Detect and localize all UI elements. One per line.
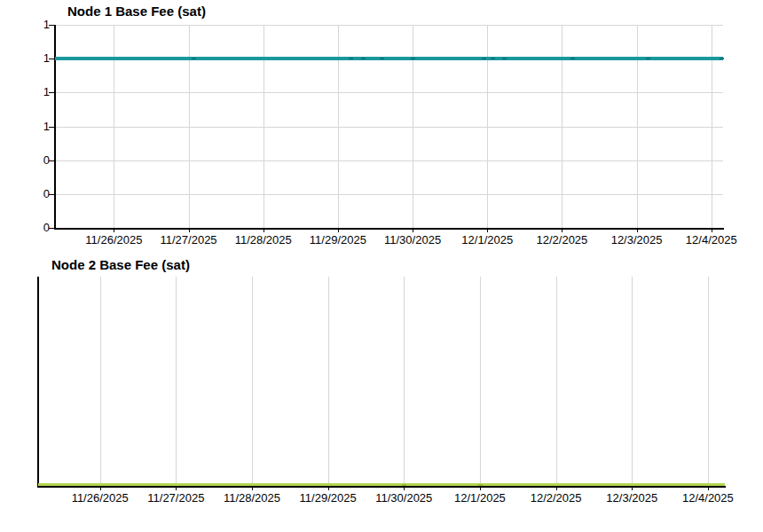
x-axis-tick-label: 11/28/2025 — [225, 233, 302, 247]
y-axis-tick-label: 1 — [20, 85, 50, 99]
data-point-marker — [361, 58, 366, 59]
x-axis-tick-label: 11/30/2025 — [366, 491, 442, 505]
x-axis-tick-label: 12/1/2025 — [449, 233, 525, 247]
vertical-gridline — [100, 277, 101, 486]
vertical-gridline — [252, 277, 253, 486]
x-axis-tick-label: 11/27/2025 — [151, 233, 227, 247]
vertical-gridline — [176, 277, 177, 486]
x-axis-tick-label: 12/4/2025 — [670, 491, 746, 505]
horizontal-gridline — [55, 194, 723, 195]
y-axis-line — [54, 25, 56, 230]
x-axis-tick-label: 12/1/2025 — [442, 491, 518, 505]
vertical-gridline — [632, 277, 633, 486]
data-point-marker — [720, 58, 724, 59]
data-point-marker — [402, 484, 406, 486]
x-axis-tick-label: 11/30/2025 — [374, 233, 451, 247]
x-axis-tick-label: 11/28/2025 — [214, 491, 290, 505]
horizontal-gridline — [55, 127, 723, 128]
x-axis-tick-label: 12/2/2025 — [518, 491, 594, 505]
x-axis-tick-label: 11/26/2025 — [62, 491, 138, 505]
data-point-marker — [491, 58, 495, 59]
x-axis-tick-label: 11/26/2025 — [75, 233, 152, 247]
node2-chart-title: Node 2 Base Fee (sat) — [51, 257, 190, 272]
data-point-marker — [380, 58, 384, 59]
x-axis-tick-label: 11/27/2025 — [138, 491, 214, 505]
horizontal-gridline — [55, 160, 723, 161]
data-point-marker — [478, 484, 483, 486]
x-axis-tick-label: 12/3/2025 — [599, 233, 675, 247]
series-line-1 — [55, 57, 723, 60]
data-point-marker — [349, 58, 353, 59]
data-point-marker — [502, 58, 507, 59]
x-axis-tick-label: 12/3/2025 — [594, 491, 670, 505]
y-axis-tick-label: 1 — [20, 51, 50, 66]
y-axis-tick-label: 0 — [20, 153, 50, 168]
horizontal-gridline — [55, 25, 723, 26]
x-axis-line — [54, 228, 724, 230]
x-axis-tick-label: 12/4/2025 — [673, 233, 750, 247]
y-axis-line — [37, 277, 39, 488]
y-axis-tick-label: 1 — [20, 120, 50, 134]
horizontal-gridline — [55, 92, 723, 93]
y-axis-tick-label: 0 — [20, 187, 50, 201]
vertical-gridline — [708, 277, 709, 486]
x-axis-line — [37, 486, 726, 488]
data-point-marker — [192, 58, 196, 59]
node1-chart-title: Node 1 Base Fee (sat) — [67, 4, 206, 19]
x-axis-tick-label: 12/2/2025 — [523, 233, 600, 247]
x-axis-tick-label: 11/29/2025 — [300, 233, 376, 247]
vertical-gridline — [404, 277, 405, 486]
dual-fee-chart-panel: Node 1 Base Fee (sat) 111100011/26/20251… — [0, 0, 763, 532]
x-axis-tick-label: 11/29/2025 — [290, 491, 366, 505]
data-point-marker — [646, 58, 650, 59]
vertical-gridline — [556, 277, 557, 486]
series-line-2 — [38, 483, 725, 486]
y-axis-tick-label: 1 — [20, 18, 50, 32]
vertical-gridline — [328, 277, 329, 486]
data-point-marker — [411, 58, 415, 59]
data-point-marker — [570, 58, 575, 59]
y-axis-tick-label: 0 — [20, 221, 50, 235]
data-point-marker — [482, 58, 486, 59]
vertical-gridline — [480, 277, 481, 486]
